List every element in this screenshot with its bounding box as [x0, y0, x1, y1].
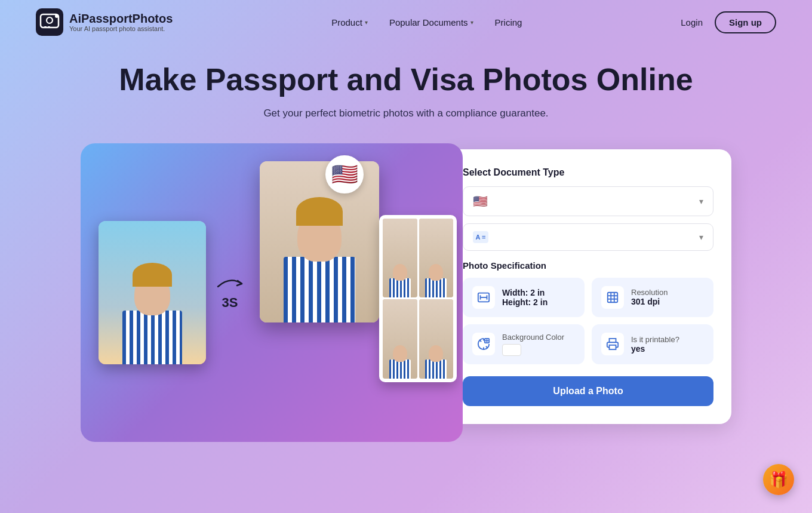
- flag-icon: 🇺🇸: [473, 194, 488, 208]
- login-button[interactable]: Login: [681, 17, 703, 27]
- nav-links: Product ▾ Popular Documents ▾ Pricing: [331, 17, 522, 27]
- upload-photo-button[interactable]: Upload a Photo: [463, 376, 713, 406]
- hero-subtitle: Get your perfect biometric photos with a…: [12, 107, 800, 119]
- strip-photo-4: [419, 299, 454, 379]
- svg-rect-4: [44, 26, 47, 27]
- photo-strip: [379, 215, 457, 382]
- logo-icon: [36, 8, 63, 36]
- size-icon-box: [472, 286, 495, 309]
- nav-actions: Login Sign up: [681, 11, 776, 33]
- spec-printable-label: Is it printable?: [631, 335, 679, 344]
- svg-rect-5: [48, 26, 50, 27]
- brand-name: AiPassportPhotos: [69, 12, 173, 25]
- spec-size-card: Width: 2 in Height: 2 in: [463, 278, 585, 317]
- logo-link[interactable]: AiPassportPhotos Your AI passport photo …: [36, 8, 173, 36]
- chevron-down-icon: ▾: [470, 19, 473, 26]
- print-icon-box: [601, 333, 624, 355]
- strip-photo-1: [383, 219, 417, 298]
- spec-resolution-value: 301 dpi: [631, 297, 668, 306]
- gift-badge[interactable]: 🎁: [763, 464, 794, 495]
- size-icon: [477, 291, 490, 304]
- svg-rect-10: [608, 293, 618, 303]
- resolution-icon-box: [601, 286, 624, 309]
- svg-point-3: [55, 14, 59, 18]
- doc-type-icon: A =: [473, 231, 488, 243]
- spec-grid: Width: 2 in Height: 2 in Resolution: [463, 278, 713, 364]
- form-card: Select Document Type 🇺🇸 ▾ A = ▾ Photo Sp…: [445, 149, 731, 424]
- country-dropdown[interactable]: 🇺🇸 ▾: [463, 186, 713, 216]
- chevron-down-icon: ▾: [699, 232, 703, 242]
- svg-rect-16: [610, 345, 616, 349]
- spec-width: Width: 2 in: [502, 288, 548, 297]
- chevron-down-icon: ▾: [365, 19, 368, 26]
- navbar: AiPassportPhotos Your AI passport photo …: [0, 0, 812, 44]
- hero-section: Make Passport and Visa Photos Online Get…: [0, 44, 812, 125]
- brand-tagline: Your AI passport photo assistant.: [69, 25, 173, 32]
- country-flag-circle: 🇺🇸: [325, 155, 364, 193]
- strip-photo-2: [419, 219, 454, 298]
- before-photo: [99, 221, 206, 364]
- hero-title: Make Passport and Visa Photos Online: [12, 62, 800, 98]
- spec-section-title: Photo Specification: [463, 260, 713, 271]
- spec-height: Height: 2 in: [502, 297, 548, 307]
- spec-printable-value: yes: [631, 344, 679, 354]
- spec-bgcolor-card: Background Color: [463, 324, 585, 364]
- chevron-down-icon: ▾: [699, 196, 703, 206]
- document-section-title: Select Document Type: [463, 167, 713, 178]
- demo-arrow: 3S: [215, 275, 245, 311]
- resolution-icon: [606, 291, 619, 304]
- background-color-icon: [477, 337, 490, 351]
- main-content: 3S 🇺🇸: [0, 125, 812, 442]
- photo-demo-card: 3S 🇺🇸: [81, 143, 463, 442]
- nav-product[interactable]: Product ▾: [331, 17, 368, 27]
- signup-button[interactable]: Sign up: [715, 11, 776, 33]
- spec-bgcolor-label: Background Color: [502, 333, 564, 342]
- spec-resolution-card: Resolution 301 dpi: [592, 278, 713, 317]
- color-icon-box: [472, 333, 495, 355]
- spec-printable-card: Is it printable? yes: [592, 324, 713, 364]
- nav-popular-docs[interactable]: Popular Documents ▾: [389, 17, 473, 27]
- timer-label: 3S: [222, 295, 238, 311]
- after-photo-large: [260, 161, 379, 322]
- doc-type-dropdown[interactable]: A = ▾: [463, 223, 713, 251]
- color-swatch[interactable]: [502, 344, 521, 356]
- strip-photo-3: [383, 299, 417, 379]
- print-icon: [606, 337, 619, 351]
- spec-resolution-label: Resolution: [631, 288, 668, 297]
- nav-pricing[interactable]: Pricing: [495, 17, 522, 27]
